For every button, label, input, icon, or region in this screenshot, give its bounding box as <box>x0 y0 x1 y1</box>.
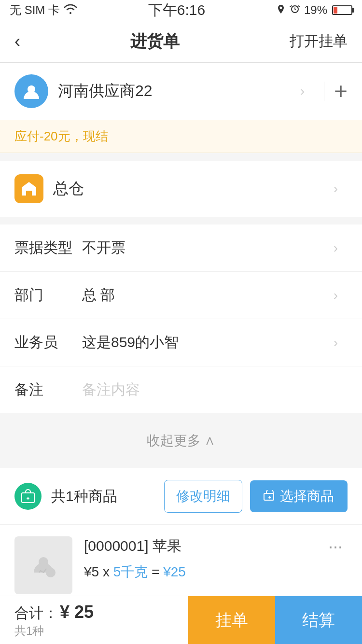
supplier-avatar <box>14 74 48 108</box>
open-hold-button[interactable]: 打开挂单 <box>290 31 348 51</box>
status-left: 无 SIM 卡 <box>10 2 77 18</box>
select-product-label: 选择商品 <box>280 487 334 505</box>
invoice-chevron-icon: › <box>334 240 338 256</box>
product-item: [0000001] 苹果 ¥5 x 5千克 = ¥25 ··· <box>0 525 362 606</box>
remark-placeholder: 备注内容 <box>72 380 348 400</box>
invoice-label: 票据类型 <box>14 238 72 258</box>
nav-bar: ‹ 进货单 打开挂单 <box>0 20 362 63</box>
select-product-button[interactable]: 选择商品 <box>250 480 348 512</box>
total-count: 共1种 <box>14 623 174 639</box>
dept-label: 部门 <box>14 285 72 305</box>
collapse-bar[interactable]: 收起更多 ∧ <box>0 421 362 461</box>
staff-chevron-icon: › <box>334 335 338 350</box>
cart-icon <box>264 490 276 503</box>
total-price: ¥25 <box>163 564 186 579</box>
warehouse-row[interactable]: 总仓 › <box>0 161 362 217</box>
dept-value: 总 部 <box>72 285 334 305</box>
supplier-name: 河南供应商22 <box>58 81 300 102</box>
battery-text: 19% <box>304 3 327 17</box>
svg-point-6 <box>46 568 56 577</box>
staff-value: 这是859的小智 <box>72 333 334 352</box>
warehouse-section: 总仓 › <box>0 161 362 217</box>
price-multiply: x <box>103 564 113 579</box>
staff-label: 业务员 <box>14 333 72 352</box>
warehouse-icon <box>14 174 43 203</box>
price-value: ¥5 <box>84 564 99 579</box>
qty-value: 5千克 <box>113 564 148 579</box>
product-thumbnail <box>14 536 72 594</box>
warehouse-chevron-icon: › <box>334 181 338 196</box>
total-label: 合计： <box>14 603 58 623</box>
page-title: 进货单 <box>130 30 180 53</box>
edit-detail-button[interactable]: 修改明细 <box>164 480 242 513</box>
invoice-value: 不开票 <box>72 238 334 258</box>
product-more-button[interactable]: ··· <box>323 536 348 557</box>
dept-row[interactable]: 部门 总 部 › <box>0 272 362 319</box>
location-icon <box>276 3 286 17</box>
product-info: [0000001] 苹果 ¥5 x 5千克 = ¥25 <box>84 536 323 581</box>
total-value: ¥ 25 <box>60 602 94 622</box>
form-section: 票据类型 不开票 › 部门 总 部 › 业务员 这是859的小智 › 备注 备注… <box>0 224 362 413</box>
svg-rect-2 <box>26 191 32 196</box>
dept-chevron-icon: › <box>334 288 338 303</box>
remark-row[interactable]: 备注 备注内容 <box>0 366 362 413</box>
warehouse-name: 总仓 <box>53 178 334 199</box>
divider <box>324 82 324 101</box>
product-count: 共1种商品 <box>51 487 164 506</box>
product-header: 共1种商品 修改明细 选择商品 <box>0 468 362 525</box>
add-supplier-button[interactable]: + <box>334 80 348 103</box>
hold-button[interactable]: 挂单 <box>188 596 275 644</box>
status-bar: 无 SIM 卡 下午6:16 19% <box>0 0 362 20</box>
product-header-icon <box>14 483 42 510</box>
supplier-row[interactable]: 河南供应商22 › + <box>0 63 362 120</box>
battery-icon <box>332 5 352 15</box>
carrier-text: 无 SIM 卡 <box>10 2 60 18</box>
price-equals: = <box>152 564 163 579</box>
notice-bar: 应付-20元，现结 <box>0 120 362 153</box>
invoice-row[interactable]: 票据类型 不开票 › <box>0 224 362 272</box>
bottom-bar: 合计： ¥ 25 共1种 挂单 结算 <box>0 596 362 644</box>
remark-label: 备注 <box>14 380 72 400</box>
product-section: 共1种商品 修改明细 选择商品 <box>0 468 362 606</box>
back-button[interactable]: ‹ <box>14 31 20 52</box>
product-name: [0000001] 苹果 <box>84 536 323 556</box>
settle-button[interactable]: 结算 <box>275 596 362 644</box>
wifi-icon <box>64 3 77 17</box>
product-title: 苹果 <box>153 538 181 554</box>
product-price: ¥5 x 5千克 = ¥25 <box>84 563 323 581</box>
supplier-section: 河南供应商22 › + 应付-20元，现结 <box>0 63 362 153</box>
total-area: 合计： ¥ 25 共1种 <box>0 596 188 644</box>
staff-row[interactable]: 业务员 这是859的小智 › <box>0 319 362 366</box>
alarm-icon <box>290 3 300 17</box>
status-right: 19% <box>276 3 352 17</box>
supplier-chevron-icon: › <box>300 84 305 99</box>
product-id: [0000001] <box>84 538 148 554</box>
status-time: 下午6:16 <box>148 0 205 20</box>
